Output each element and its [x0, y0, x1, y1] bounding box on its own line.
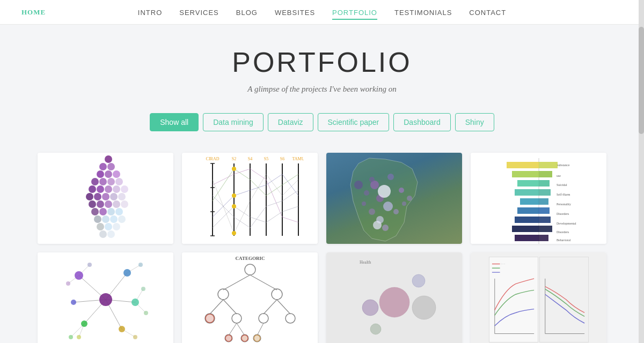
portfolio-card-7[interactable]: Health [326, 252, 462, 343]
svg-point-159 [362, 300, 378, 316]
scrollbar[interactable] [639, 0, 644, 343]
svg-point-54 [232, 167, 236, 171]
nav-item-testimonials[interactable]: TESTIMONIALS [394, 8, 452, 17]
svg-point-161 [370, 324, 381, 334]
filter-data-mining[interactable]: Data mining [203, 113, 264, 131]
nav-item-intro[interactable]: INTRO [138, 8, 162, 17]
svg-rect-91 [515, 217, 539, 223]
nav-item-contact[interactable]: CONTACT [469, 8, 506, 17]
svg-point-72 [407, 196, 412, 201]
nav-item-blog[interactable]: BLOG [236, 8, 258, 17]
svg-rect-93 [515, 235, 539, 241]
svg-point-2 [107, 163, 115, 170]
svg-point-68 [402, 202, 406, 206]
filter-scientific-paper[interactable]: Scientific paper [318, 113, 390, 131]
svg-point-136 [218, 289, 229, 300]
svg-point-62 [364, 190, 369, 196]
svg-point-17 [102, 193, 109, 200]
scrollbar-thumb[interactable] [639, 27, 644, 134]
svg-point-26 [99, 208, 107, 215]
page-title: PORTFOLIO [38, 46, 606, 78]
svg-point-123 [71, 300, 76, 305]
svg-rect-102 [539, 235, 548, 241]
svg-point-29 [94, 215, 101, 223]
nav-item-portfolio[interactable]: PORTFOLIO [332, 8, 377, 17]
svg-point-119 [123, 269, 131, 277]
portfolio-card-6[interactable]: CATEGORIC [182, 252, 318, 343]
svg-point-152 [206, 314, 214, 323]
svg-line-140 [264, 300, 277, 314]
svg-line-147 [237, 323, 245, 335]
svg-point-131 [77, 335, 81, 339]
svg-text:Disorders: Disorders [557, 212, 569, 215]
svg-text:use: use [557, 174, 561, 177]
portfolio-card-1[interactable] [38, 153, 173, 244]
svg-line-141 [277, 300, 290, 314]
svg-text:S4: S4 [247, 156, 252, 161]
svg-point-6 [91, 178, 99, 185]
svg-point-128 [144, 311, 148, 315]
portfolio-card-5[interactable] [38, 252, 173, 343]
svg-point-11 [97, 185, 104, 193]
svg-point-0 [105, 155, 112, 163]
svg-point-117 [99, 293, 112, 306]
svg-point-3 [97, 170, 104, 178]
svg-line-135 [250, 275, 277, 290]
svg-point-10 [89, 185, 96, 193]
svg-point-70 [369, 177, 375, 182]
svg-text:CIRAD: CIRAD [206, 156, 219, 161]
svg-point-74 [373, 221, 382, 229]
svg-point-122 [81, 320, 87, 327]
portfolio-card-3[interactable] [326, 153, 462, 244]
svg-rect-88 [515, 189, 539, 196]
svg-point-133 [245, 264, 255, 275]
svg-point-55 [232, 193, 236, 198]
page-subtitle: A glimpse of the projects I've been work… [38, 85, 606, 94]
svg-point-59 [387, 174, 394, 180]
svg-text:TAMU: TAMU [292, 156, 303, 161]
nav-home-link[interactable]: HOME [21, 8, 46, 17]
svg-point-25 [91, 208, 99, 215]
svg-text:S5: S5 [264, 156, 268, 161]
svg-point-145 [286, 314, 295, 323]
card-image-4: Substance use Suicidal Self-Harm Persona… [471, 153, 606, 244]
svg-point-60 [399, 188, 404, 193]
svg-point-143 [232, 314, 241, 323]
card-image-2: CIRAD S2 S4 S5 S6 TAMU [182, 153, 318, 244]
svg-point-73 [378, 185, 391, 198]
svg-point-120 [131, 299, 139, 306]
svg-point-20 [89, 200, 96, 208]
svg-point-19 [118, 193, 126, 200]
filter-dashboard[interactable]: Dashboard [393, 113, 451, 131]
portfolio-card-8[interactable]: - - - [471, 252, 606, 343]
svg-rect-90 [517, 207, 539, 214]
svg-text:Health: Health [360, 260, 371, 265]
svg-point-127 [141, 287, 145, 291]
svg-text:Behavioral: Behavioral [557, 238, 571, 242]
svg-point-7 [99, 178, 107, 185]
svg-point-158 [412, 296, 436, 319]
filter-dataviz[interactable]: Dataviz [268, 113, 313, 131]
svg-point-155 [254, 335, 260, 341]
svg-point-118 [75, 271, 83, 280]
filter-bar: Show all Data mining Dataviz Scientific … [38, 113, 606, 131]
svg-point-153 [225, 335, 232, 341]
portfolio-card-4[interactable]: Substance use Suicidal Self-Harm Persona… [471, 153, 606, 244]
svg-point-65 [393, 209, 399, 214]
svg-rect-92 [512, 226, 539, 232]
nav-item-services[interactable]: SERVICES [179, 8, 219, 17]
portfolio-card-2[interactable]: CIRAD S2 S4 S5 S6 TAMU [182, 153, 318, 244]
svg-point-126 [138, 263, 143, 267]
svg-point-23 [113, 200, 120, 208]
svg-point-22 [105, 200, 112, 208]
svg-rect-86 [512, 171, 539, 177]
svg-point-35 [113, 223, 120, 230]
filter-show-all[interactable]: Show all [150, 113, 199, 131]
svg-point-8 [107, 178, 115, 185]
svg-text:Suicidal: Suicidal [557, 183, 567, 187]
svg-rect-96 [539, 180, 550, 187]
svg-rect-94 [539, 162, 558, 168]
nav-links: INTRO SERVICES BLOG WEBSITES PORTFOLIO T… [138, 8, 506, 17]
filter-shiny[interactable]: Shiny [455, 113, 494, 131]
nav-item-websites[interactable]: WEBSITES [275, 8, 315, 17]
